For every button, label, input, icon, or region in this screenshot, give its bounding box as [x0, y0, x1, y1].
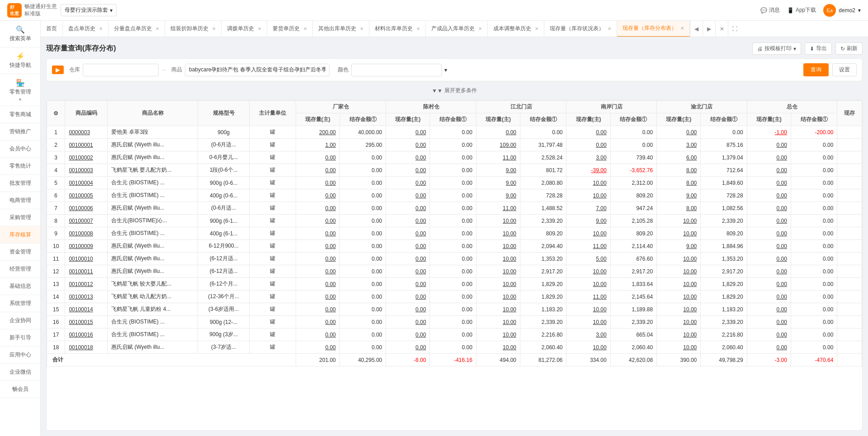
sidebar-item-apps[interactable]: 应用中心 [0, 347, 40, 364]
top-bar: 好生意 畅捷通好生意 标准版 母婴行业演示陈套 ▾ 💬 消息 📱 App下载 E… [0, 0, 868, 21]
summary-nanan-qty: 334.00 [566, 354, 610, 366]
col-name: 商品名称 [108, 101, 198, 126]
sidebar-item-finance[interactable]: 资金管理 [0, 244, 40, 261]
tab-assemble[interactable]: 组装折卸单历史 ✕ [165, 21, 222, 37]
summary-total-qty: -3.00 [747, 354, 791, 366]
tab-close-product-in[interactable]: ✕ [478, 26, 482, 31]
table-row: 500100004合生元 (BIOSTIME) ...900g (0-6...罐… [47, 177, 862, 189]
main: 首页 盘点单历史 ✕ 分量盘点单历史 ✕ 组装折卸单历史 ✕ 调拨单历史 ✕ 要… [41, 21, 868, 436]
logo-text: 畅捷通好生意 标准版 [24, 3, 57, 17]
summary-chen-amt: -416.16 [430, 354, 476, 366]
summary-row: 合计 201.00 40,295.00 -8.00 -416.16 494.00… [47, 354, 862, 366]
search-toggle-btn[interactable]: ▶ [52, 66, 64, 74]
sidebar-item-retail[interactable]: 🏪 零售管理 ▲ [0, 74, 40, 106]
table-row: 900100008合生元 (BIOSTIME) ...400g (6-1...罐… [47, 227, 862, 240]
tab-cost-adj[interactable]: 成本调整单历史 ✕ [488, 21, 544, 37]
export-btn[interactable]: ⬇ 导出 [805, 42, 832, 55]
sidebar-item-marketing[interactable]: 营销推广 [0, 123, 40, 141]
sidebar-item-member[interactable]: 会员中心 [0, 141, 40, 158]
data-table: ⚙ 商品编码 商品名称 规格型号 主计量单位 厂家仓 陈村仓 江北门店 南岸门店… [47, 100, 862, 366]
color-input[interactable] [351, 64, 442, 76]
refresh-btn[interactable]: ↻ 刷新 [835, 42, 863, 55]
tab-product-in[interactable]: 产成品入库单历史 ✕ [426, 21, 488, 37]
tab-material-out[interactable]: 材料出库单历史 ✕ [369, 21, 426, 37]
warehouse-input[interactable] [83, 64, 159, 76]
user-area[interactable]: Ea demo2 ▾ [823, 4, 861, 17]
sidebar-item-corp[interactable]: 企业协同 [0, 312, 40, 329]
tab-close-material-out[interactable]: ✕ [416, 26, 420, 31]
sidebar-item-search[interactable]: 🔍 搜索英单 [0, 21, 40, 47]
col-jiangbei-amt: 结存金额① [520, 113, 566, 126]
tab-close-stock-status[interactable]: ✕ [608, 26, 611, 31]
tab-dispatch[interactable]: 调拨单历史 ✕ [222, 21, 267, 37]
col-group-nanan: 南岸门店 [566, 101, 657, 113]
tab-prev-btn[interactable]: ◀ [690, 21, 703, 37]
sidebar-item-inventory[interactable]: 库存核算 [0, 226, 40, 244]
table-row: 200100001惠氏启赋 (Wyeth illu...(0-6月适...罐1.… [47, 139, 862, 151]
messages-btn[interactable]: 💬 消息 [760, 6, 780, 14]
tab-close-other-out[interactable]: ✕ [360, 26, 363, 31]
sidebar-item-quicknav[interactable]: ⚡ 快捷导航 [0, 47, 40, 74]
sidebar-item-ecommerce[interactable]: 电商管理 [0, 192, 40, 209]
settings-button[interactable]: 设置 [832, 63, 857, 76]
tab-close-point2[interactable]: ✕ [156, 26, 159, 31]
app-download-btn[interactable]: 📱 App下载 [787, 6, 816, 14]
col-total-qty: 现存量(主) [747, 113, 791, 126]
sidebar-item-system[interactable]: 系统管理 [0, 295, 40, 312]
warehouse-more-btn[interactable]: ··· [161, 67, 166, 73]
tab-close-cost-adj[interactable]: ✕ [535, 26, 538, 31]
sidebar-item-wechat[interactable]: 企业微信 [0, 364, 40, 381]
table-wrap[interactable]: ⚙ 商品编码 商品名称 规格型号 主计量单位 厂家仓 陈村仓 江北门店 南岸门店… [46, 100, 863, 431]
sidebar-item-base[interactable]: 基础信息 [0, 278, 40, 295]
search-actions: 查询 设置 [803, 63, 857, 76]
action-bar: 🖨 按模板打印 ▾ ⬇ 导出 ↻ 刷新 [752, 42, 863, 55]
tab-close-dispatch[interactable]: ✕ [258, 26, 261, 31]
table-row: 1100100010惠氏启赋 (Wyeth illu...(6-12月适...罐… [47, 253, 862, 265]
col-group-total: 总仓 [747, 101, 837, 113]
sidebar-item-operations[interactable]: 经营管理 [0, 261, 40, 278]
print-icon: 🖨 [757, 46, 763, 52]
tab-stock-status[interactable]: 现存量（库存状况表） ✕ [544, 21, 617, 37]
summary-extra [837, 354, 862, 366]
tab-point[interactable]: 盘点单历史 ✕ [63, 21, 108, 37]
sidebar-item-members[interactable]: 畅会员 [0, 381, 40, 398]
summary-nanan-amt: 42,620.08 [610, 354, 656, 366]
expand-conditions-btn[interactable]: ▼▼ 展开更多条件 [428, 85, 481, 96]
goods-field: 商品 [171, 64, 332, 76]
goods-input[interactable] [185, 64, 330, 76]
tab-close-all-btn[interactable]: ✕ [715, 21, 728, 37]
tab-yf[interactable]: 要货单历史 ✕ [267, 21, 313, 37]
col-gear[interactable]: ⚙ [47, 101, 65, 126]
tab-close-stock-dist[interactable]: ✕ [680, 26, 684, 31]
tab-maximize-btn[interactable]: ⛶ [728, 21, 741, 37]
tab-stock-dist[interactable]: 现存量（库存分布表） ✕ [617, 21, 690, 37]
col-group-factory: 厂家仓 [296, 101, 386, 113]
sidebar-item-wholesale[interactable]: 批发管理 [0, 175, 40, 192]
sidebar-item-shop[interactable]: 零售商城 [0, 106, 40, 123]
query-button[interactable]: 查询 [803, 63, 829, 76]
tab-next-btn[interactable]: ▶ [703, 21, 715, 37]
chevron-down-icon-print: ▾ [793, 46, 796, 52]
tab-other-out[interactable]: 其他出库单历史 ✕ [313, 21, 369, 37]
table-row: 400100003飞鹤星飞帆 婴儿配方奶...1段(0-6个...罐0.000.… [47, 164, 862, 177]
tab-close-assemble[interactable]: ✕ [212, 26, 216, 31]
sidebar-item-purchase[interactable]: 采购管理 [0, 209, 40, 226]
sidebar-item-guide[interactable]: 新手引导 [0, 329, 40, 347]
content: 现存量查询(库存分布) 🖨 按模板打印 ▾ ⬇ 导出 ↻ 刷新 [41, 37, 868, 436]
tab-close-point[interactable]: ✕ [99, 26, 103, 31]
col-chen-qty: 现存量(主) [386, 113, 430, 126]
sidebar-item-stats[interactable]: 零售统计 [0, 158, 40, 175]
col-jiangbei-qty: 现存量(主) [476, 113, 520, 126]
nav-selector[interactable]: 母婴行业演示陈套 ▾ [61, 4, 117, 16]
message-icon: 💬 [760, 7, 767, 14]
summary-jiangbei-amt: 81,272.06 [520, 354, 566, 366]
table-row: 600100005合生元 (BIOSTIME) ...400g (0-6...罐… [47, 189, 862, 202]
tab-point2[interactable]: 分量盘点单历史 ✕ [108, 21, 165, 37]
summary-yubei-amt: 49,798.29 [701, 354, 747, 366]
top-bar-left: 好生意 畅捷通好生意 标准版 母婴行业演示陈套 ▾ [7, 3, 117, 18]
tab-close-yf[interactable]: ✕ [303, 26, 307, 31]
tab-bar: 首页 盘点单历史 ✕ 分量盘点单历史 ✕ 组装折卸单历史 ✕ 调拨单历史 ✕ 要… [41, 21, 868, 37]
tab-home[interactable]: 首页 [41, 21, 63, 37]
search-icon: 🔍 [2, 25, 38, 34]
print-btn[interactable]: 🖨 按模板打印 ▾ [752, 42, 801, 55]
